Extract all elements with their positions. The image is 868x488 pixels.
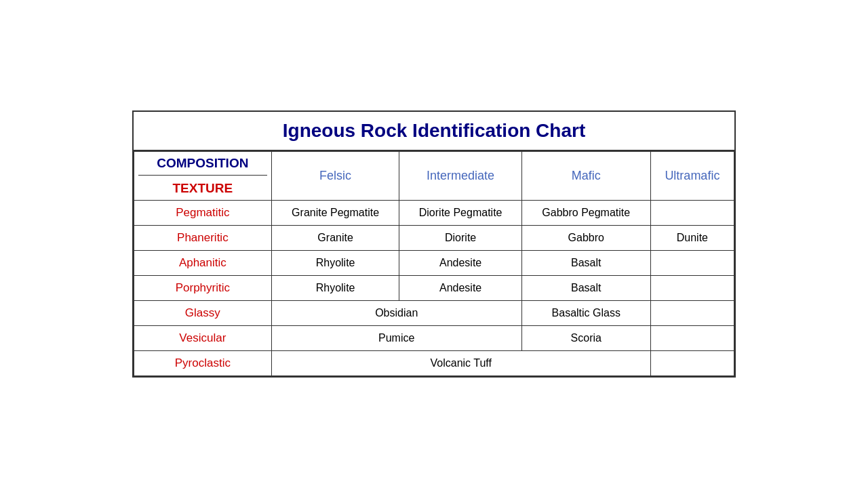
cell-glassy-basaltic-glass: Basaltic Glass: [521, 301, 650, 326]
composition-label: COMPOSITION: [138, 156, 267, 176]
cell-glassy-ultramafic: [650, 301, 734, 326]
texture-pegmatitic: Pegmatitic: [134, 201, 272, 226]
col-header-mafic: Mafic: [521, 152, 650, 201]
table-row: Pyroclastic Volcanic Tuff: [134, 351, 734, 376]
cell-phaneritic-felsic: Granite: [271, 226, 399, 251]
cell-porphyritic-intermediate: Andesite: [399, 276, 521, 301]
texture-phaneritic: Phaneritic: [134, 226, 272, 251]
cell-pegmatitic-ultramafic: [650, 201, 734, 226]
cell-vesicular-pumice: Pumice: [271, 326, 521, 351]
cell-pegmatitic-felsic: Granite Pegmatite: [271, 201, 399, 226]
col-header-felsic: Felsic: [271, 152, 399, 201]
col-header-ultramafic: Ultramafic: [650, 152, 734, 201]
table-row: Pegmatitic Granite Pegmatite Diorite Peg…: [134, 201, 734, 226]
chart-title: Igneous Rock Identification Chart: [134, 112, 734, 151]
cell-aphanitic-intermediate: Andesite: [399, 251, 521, 276]
igneous-rock-chart: Igneous Rock Identification Chart COMPOS…: [132, 110, 736, 378]
table-row: Vesicular Pumice Scoria: [134, 326, 734, 351]
cell-phaneritic-mafic: Gabbro: [521, 226, 650, 251]
cell-porphyritic-ultramafic: [650, 276, 734, 301]
texture-glassy: Glassy: [134, 301, 272, 326]
cell-porphyritic-mafic: Basalt: [521, 276, 650, 301]
cell-aphanitic-ultramafic: [650, 251, 734, 276]
texture-pyroclastic: Pyroclastic: [134, 351, 272, 376]
cell-phaneritic-intermediate: Diorite: [399, 226, 521, 251]
cell-vesicular-scoria: Scoria: [521, 326, 650, 351]
cell-glassy-obsidian: Obsidian: [271, 301, 521, 326]
cell-phaneritic-ultramafic: Dunite: [650, 226, 734, 251]
cell-aphanitic-felsic: Rhyolite: [271, 251, 399, 276]
composition-texture-header: COMPOSITION TEXTURE: [134, 152, 272, 201]
col-header-intermediate: Intermediate: [399, 152, 521, 201]
texture-vesicular: Vesicular: [134, 326, 272, 351]
cell-pyroclastic-ultramafic: [650, 351, 734, 376]
table-row: Phaneritic Granite Diorite Gabbro Dunite: [134, 226, 734, 251]
cell-pegmatitic-mafic: Gabbro Pegmatite: [521, 201, 650, 226]
texture-porphyritic: Porphyritic: [134, 276, 272, 301]
cell-aphanitic-mafic: Basalt: [521, 251, 650, 276]
cell-vesicular-ultramafic: [650, 326, 734, 351]
cell-pegmatitic-intermediate: Diorite Pegmatite: [399, 201, 521, 226]
texture-aphanitic: Aphanitic: [134, 251, 272, 276]
table-row: Glassy Obsidian Basaltic Glass: [134, 301, 734, 326]
cell-porphyritic-felsic: Rhyolite: [271, 276, 399, 301]
table-row: Porphyritic Rhyolite Andesite Basalt: [134, 276, 734, 301]
table-row: Aphanitic Rhyolite Andesite Basalt: [134, 251, 734, 276]
cell-pyroclastic-volcanic-tuff: Volcanic Tuff: [271, 351, 650, 376]
texture-label: TEXTURE: [138, 180, 267, 196]
